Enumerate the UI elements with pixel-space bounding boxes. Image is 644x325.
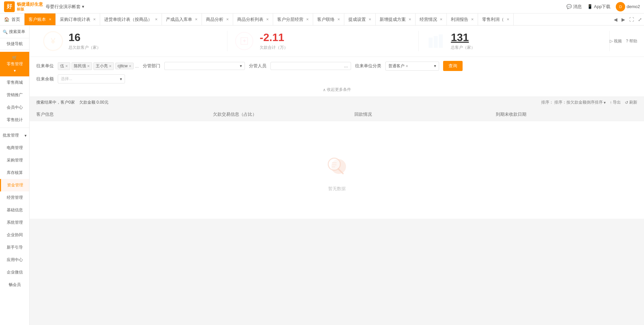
col-debt-header: 欠款交易信息（占比） [213, 111, 354, 117]
tab-purchase-orders[interactable]: 采购订单统计表 ✕ [56, 13, 100, 26]
tag-close-icon[interactable]: ✕ [87, 64, 90, 68]
close-icon[interactable]: ✕ [337, 17, 340, 21]
app-download-button[interactable]: 📱 App下载 [587, 4, 610, 10]
tab-promotion-settings[interactable]: 提成设置 ✕ [344, 13, 376, 26]
sidebar-item-ecommerce[interactable]: 电商管理 [0, 142, 29, 154]
arrow-icon: ▾ [25, 133, 27, 138]
tab-home[interactable]: 🏠 首页 [0, 13, 25, 26]
sidebar-item-retail-mall[interactable]: 零售商城 [0, 76, 29, 89]
tab-prev-icon[interactable]: ◀ [612, 17, 619, 22]
sidebar-item-label: 新手引导 [7, 245, 23, 250]
sidebar-item-members[interactable]: 会员中心 [0, 101, 29, 114]
sidebar-item-label: 经营管理 [7, 195, 23, 201]
sidebar-item-finance[interactable]: 资金管理 [0, 179, 29, 191]
sidebar-item-app-center[interactable]: 应用中心 [0, 254, 29, 266]
sidebar-item-label: 零售统计 [7, 117, 23, 123]
close-icon[interactable]: ✕ [409, 17, 411, 21]
sidebar-item-wholesale[interactable]: 批发管理 ▾ [0, 129, 29, 142]
help-icon: ? [626, 39, 628, 43]
sidebar-item-retail-stats[interactable]: 零售统计 [0, 114, 29, 126]
tab-goods-analysis[interactable]: 商品分析 ✕ [202, 13, 233, 26]
col-refund-header: 回款情况 [354, 111, 496, 117]
stat-info-2: -2.11 欠款合计（万） [260, 32, 288, 50]
dept-select[interactable]: ▾ [164, 62, 245, 70]
sidebar-item-retail[interactable]: 🛒 零售管理 ▾ [0, 52, 29, 76]
stat-info-1: 16 总欠款客户（家） [69, 32, 101, 50]
tab-next-icon[interactable]: ▶ [619, 17, 627, 22]
close-icon[interactable]: ✕ [226, 17, 229, 21]
filter-row-1: 往来单位 伍 ✕ 陈民强 ✕ 王小亮 ✕ cjttcw [36, 61, 637, 71]
search-menu-button[interactable]: 🔍 搜索菜单 [0, 26, 29, 38]
main-layout: 🔍 搜索菜单 快捷导航 🛒 零售管理 ▾ 零售商城 营销推广 会员中心 零售统计 [0, 26, 644, 325]
close-icon[interactable]: ✕ [471, 17, 474, 21]
sidebar-item-label: 畅会员 [9, 282, 21, 288]
chevron-icon: ▾ [14, 68, 16, 73]
tab-profit-report[interactable]: 利润报告 ✕ [447, 13, 478, 26]
close-icon[interactable]: ✕ [306, 17, 309, 21]
chevron-down-icon: ▾ [434, 64, 436, 68]
close-icon[interactable]: ✕ [93, 17, 96, 21]
stats-bar: ¥ 16 总欠款客户（家） ✦ -2.11 [30, 26, 644, 57]
tag-close-icon[interactable]: ✕ [129, 64, 131, 68]
sidebar-item-enterprise-collab[interactable]: 企业协同 [0, 229, 29, 241]
close-icon[interactable]: ✕ [49, 17, 51, 21]
sidebar-item-enterprise-wechat[interactable]: 企业微信 [0, 266, 29, 279]
svg-text:¥: ¥ [50, 36, 55, 45]
results-text: 搜索结果中，客户0家 欠款金额 0.00元 [36, 100, 109, 105]
filter-tag-2: 陈民强 ✕ [72, 62, 92, 70]
results-bar: 搜索结果中，客户0家 欠款金额 0.00元 排序： 排序：按欠款金额倒序排序 ▾… [30, 97, 644, 108]
tab-production[interactable]: 产成品入库单 ✕ [162, 13, 202, 26]
tab-customer-tiers[interactable]: 客户分层经营 ✕ [273, 13, 313, 26]
tab-stock-stats[interactable]: 进货单统计表（按商品） ✕ [100, 13, 162, 26]
tab-expand-icon[interactable]: ⛶ [627, 17, 636, 22]
tab-customers[interactable]: 客户账本 ✕ [25, 13, 56, 26]
close-icon[interactable]: ✕ [266, 17, 269, 21]
filter-more-button[interactable]: ... [135, 64, 139, 69]
sidebar-item-inventory[interactable]: 库存核算 [0, 167, 29, 179]
export-button[interactable]: ↑ 导出 [610, 100, 621, 105]
tag-close-icon[interactable]: ✕ [65, 64, 68, 68]
sidebar-item-marketing[interactable]: 营销推广 [0, 89, 29, 101]
sort-select[interactable]: 排序： 排序：按欠款金额倒序排序 ▾ [541, 100, 606, 105]
quick-nav-button[interactable]: 快捷导航 [0, 38, 29, 50]
close-icon[interactable]: ✕ [507, 17, 509, 21]
chevron-up-icon: ∧ [323, 87, 326, 92]
sidebar-item-label: 库存核算 [7, 170, 23, 176]
stat-actions: ▷ 视频 ? 帮助 [610, 38, 637, 44]
refresh-button[interactable]: ↺ 刷新 [625, 100, 637, 105]
person-label: 分管人员 [249, 63, 266, 69]
close-icon[interactable]: ✕ [440, 17, 442, 21]
tab-fullscreen-icon[interactable]: ⤢ [636, 17, 644, 22]
tab-customer-contact[interactable]: 客户联络 ✕ [313, 13, 344, 26]
top-bar-left: 好 畅捷通好生意 标版 母婴行业演示帐套 ▾ [4, 1, 84, 12]
category-select[interactable]: 普通客户 ✕ ▾ [385, 62, 439, 71]
table-header: 客户信息 欠款交易信息（占比） 回款情况 到期未收款日期 [30, 108, 644, 121]
account-selector[interactable]: 母婴行业演示帐套 ▾ [46, 4, 84, 10]
sidebar-item-basic-info[interactable]: 基础信息 [0, 204, 29, 216]
sidebar-item-system[interactable]: 系统管理 [0, 216, 29, 229]
tag-close-icon[interactable]: ✕ [109, 64, 112, 68]
tab-operations[interactable]: 经营情况 ✕ [416, 13, 447, 26]
search-icon: 🔍 [3, 30, 8, 34]
sidebar-item-new-guide[interactable]: 新手引导 [0, 241, 29, 254]
tag-close-icon[interactable]: ✕ [405, 64, 408, 68]
tab-new-promotion[interactable]: 新增提成方案 ✕ [376, 13, 416, 26]
video-button[interactable]: ▷ 视频 [610, 38, 622, 44]
close-icon[interactable]: ✕ [155, 17, 158, 21]
tab-goods-analysis-list[interactable]: 商品分析列表 ✕ [233, 13, 273, 26]
filter-tag-4: cjttcw ✕ [115, 63, 134, 69]
close-icon[interactable]: ✕ [195, 17, 198, 21]
query-button[interactable]: 查询 [443, 61, 463, 71]
user-menu[interactable]: D demo2 [616, 2, 640, 11]
sidebar-item-plus-member[interactable]: 畅会员 [0, 279, 29, 291]
sidebar-item-purchase[interactable]: 采购管理 [0, 154, 29, 167]
person-select[interactable]: … [270, 62, 351, 70]
sidebar-item-operations[interactable]: 经营管理 [0, 191, 29, 204]
messages-button[interactable]: 💬 消息 [566, 4, 582, 10]
help-button[interactable]: ? 帮助 [626, 38, 637, 44]
close-icon[interactable]: ✕ [369, 17, 371, 21]
tab-retail-profit[interactable]: 零售利润（ ✕ [478, 13, 514, 26]
logo-area: 好 畅捷通好生意 标版 [4, 1, 43, 12]
collapse-button[interactable]: ∧ 收起更多条件 [323, 87, 351, 93]
balance-select[interactable]: 选择... ▾ [58, 74, 125, 83]
